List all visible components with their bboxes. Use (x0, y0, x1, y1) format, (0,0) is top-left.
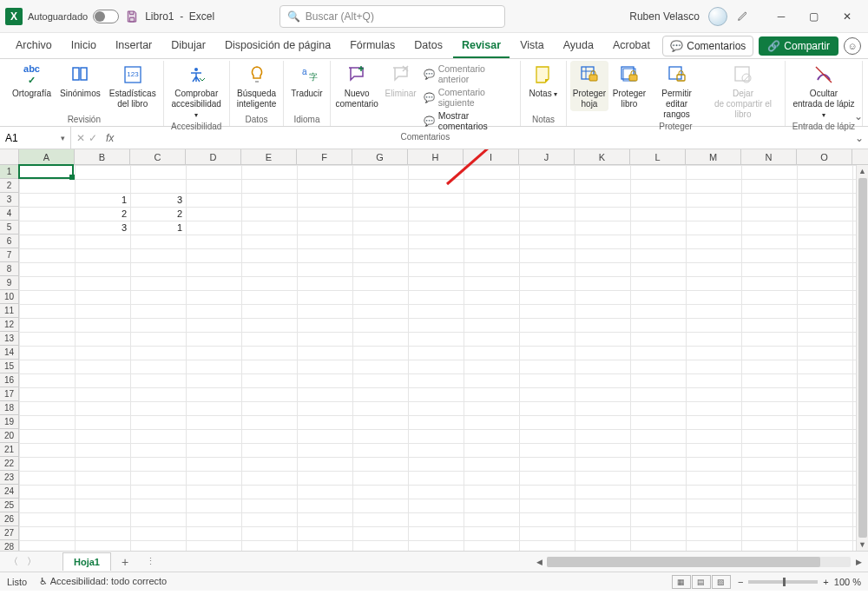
zoom-in-icon[interactable]: + (823, 577, 828, 587)
cell-B5[interactable]: 3 (75, 221, 130, 235)
ribbon-ortografía[interactable]: abc✓Ortografía (9, 61, 55, 101)
ribbon-nuevo-comentario[interactable]: Nuevocomentario (334, 61, 380, 111)
scroll-down-icon[interactable]: ▼ (857, 539, 868, 551)
tab-archivo[interactable]: Archivo (7, 34, 61, 58)
toggle-switch-icon[interactable] (93, 10, 119, 23)
user-avatar-icon[interactable] (708, 7, 727, 26)
row-header-10[interactable]: 10 (0, 290, 18, 304)
hscroll-thumb[interactable] (547, 557, 820, 567)
row-header-7[interactable]: 7 (0, 248, 18, 262)
hscroll-left-icon[interactable]: ◀ (533, 558, 545, 566)
chevron-down-icon[interactable]: ▾ (61, 134, 65, 142)
col-header-D[interactable]: D (186, 149, 241, 164)
row-header-22[interactable]: 22 (0, 457, 18, 471)
row-header-2[interactable]: 2 (0, 179, 18, 193)
row-header-14[interactable]: 14 (0, 346, 18, 360)
tab-acrobat[interactable]: Acrobat (604, 34, 659, 58)
scroll-up-icon[interactable]: ▲ (857, 165, 868, 177)
ribbon-proteger-libro[interactable]: Protegerlibro (610, 61, 648, 111)
ribbon-mostrar-comentarios[interactable]: 💬 Mostrar comentarios (422, 109, 516, 132)
tab-vista[interactable]: Vista (511, 34, 553, 58)
tab-insertar[interactable]: Insertar (107, 34, 161, 58)
ribbon-búsqueda-inteligente[interactable]: Búsquedainteligente (233, 61, 280, 111)
tab-disposición-de-página[interactable]: Disposición de página (216, 34, 339, 58)
row-header-9[interactable]: 9 (0, 276, 18, 290)
col-header-G[interactable]: G (352, 149, 408, 164)
row-header-11[interactable]: 11 (0, 304, 18, 318)
cell-C5[interactable]: 1 (130, 221, 186, 235)
comments-button[interactable]: 💬 Comentarios (662, 36, 753, 56)
next-sheet-icon[interactable]: 〉 (27, 555, 36, 568)
row-header-23[interactable]: 23 (0, 471, 18, 485)
row-header-24[interactable]: 24 (0, 485, 18, 499)
col-header-N[interactable]: N (741, 149, 797, 164)
ribbon-estadísticas-del-libro[interactable]: 123Estadísticasdel libro (106, 61, 160, 111)
tab-dibujar[interactable]: Dibujar (162, 34, 214, 58)
formula-expand-icon[interactable]: ⌄ (851, 132, 868, 144)
row-header-8[interactable]: 8 (0, 262, 18, 276)
row-header-13[interactable]: 13 (0, 332, 18, 346)
tab-datos[interactable]: Datos (405, 34, 451, 58)
tab-revisar[interactable]: Revisar (453, 34, 510, 58)
col-header-A[interactable]: A (19, 149, 75, 164)
ribbon-sinónimos[interactable]: Sinónimos (56, 61, 104, 101)
maximize-button[interactable]: ▢ (799, 4, 830, 29)
col-header-H[interactable]: H (408, 149, 464, 164)
page-break-view-icon[interactable]: ▧ (712, 575, 731, 589)
ribbon-ocultar-entrada-de-lápiz[interactable]: Ocultarentrada de lápiz ▾ (789, 61, 858, 122)
row-header-26[interactable]: 26 (0, 512, 18, 526)
tab-scroll-menu-icon[interactable]: ⋮ (139, 556, 162, 567)
row-header-6[interactable]: 6 (0, 235, 18, 248)
row-header-20[interactable]: 20 (0, 429, 18, 443)
row-header-3[interactable]: 3 (0, 193, 18, 207)
view-mode-buttons[interactable]: ▦ ▤ ▧ (672, 575, 731, 589)
col-header-C[interactable]: C (130, 149, 186, 164)
confirm-icon[interactable]: ✓ (89, 132, 97, 144)
row-header-12[interactable]: 12 (0, 318, 18, 332)
cell-B4[interactable]: 2 (75, 207, 130, 221)
zoom-value[interactable]: 100 % (834, 577, 861, 587)
row-header-4[interactable]: 4 (0, 207, 18, 221)
tab-ayuda[interactable]: Ayuda (555, 34, 602, 58)
search-input[interactable]: 🔍 Buscar (Alt+Q) (279, 5, 505, 28)
zoom-slider[interactable] (748, 580, 818, 584)
ribbon-proteger-hoja[interactable]: Protegerhoja (570, 61, 608, 111)
cell-B3[interactable]: 1 (75, 193, 130, 207)
save-button[interactable] (124, 9, 140, 24)
tab-fórmulas[interactable]: Fórmulas (341, 34, 404, 58)
col-header-M[interactable]: M (686, 149, 741, 164)
feedback-icon[interactable]: ☺ (844, 37, 861, 55)
cell-C3[interactable]: 3 (130, 193, 186, 207)
prev-sheet-icon[interactable]: 〈 (9, 555, 18, 568)
hscroll-right-icon[interactable]: ▶ (852, 558, 865, 566)
fx-icon[interactable]: fx (102, 132, 117, 144)
share-button[interactable]: 🔗 Compartir (759, 36, 838, 56)
ribbon-traducir[interactable]: a字Traducir (287, 61, 326, 101)
row-header-1[interactable]: 1 (0, 165, 18, 179)
col-header-O[interactable]: O (797, 149, 852, 164)
sheet-nav[interactable]: 〈 〉 (0, 555, 45, 568)
fill-handle[interactable] (69, 175, 75, 180)
autosave-toggle[interactable]: Autoguardado (28, 10, 119, 23)
row-header-28[interactable]: 28 (0, 540, 18, 551)
row-header-5[interactable]: 5 (0, 221, 18, 235)
select-all-corner[interactable] (0, 149, 19, 164)
col-header-B[interactable]: B (75, 149, 130, 164)
ribbon-comprobar-accesibilidad[interactable]: Comprobaraccesibilidad ▾ (168, 61, 226, 122)
status-accessibility[interactable]: ♿︎ Accesibilidad: todo correcto (39, 576, 167, 587)
row-header-25[interactable]: 25 (0, 499, 18, 512)
row-header-27[interactable]: 27 (0, 526, 18, 540)
row-header-17[interactable]: 17 (0, 387, 18, 401)
user-name[interactable]: Ruben Velasco (629, 10, 700, 23)
normal-view-icon[interactable]: ▦ (672, 575, 691, 589)
row-header-18[interactable]: 18 (0, 401, 18, 415)
vertical-scrollbar[interactable]: ▲ ▼ (856, 165, 868, 551)
pen-icon[interactable] (736, 9, 752, 24)
horizontal-scrollbar[interactable] (547, 557, 851, 567)
spreadsheet-grid[interactable]: ABCDEFGHIJKLMNO 123456789101112131415161… (0, 149, 868, 551)
ribbon-permitir-editar-rangos[interactable]: Permitireditar rangos (650, 61, 703, 122)
add-sheet-button[interactable]: + (111, 555, 139, 569)
sheet-tab-active[interactable]: Hoja1 (62, 552, 111, 571)
name-box[interactable]: A1 ▾ (0, 127, 71, 149)
ribbon-collapse-icon[interactable]: ⌄ (854, 110, 863, 122)
